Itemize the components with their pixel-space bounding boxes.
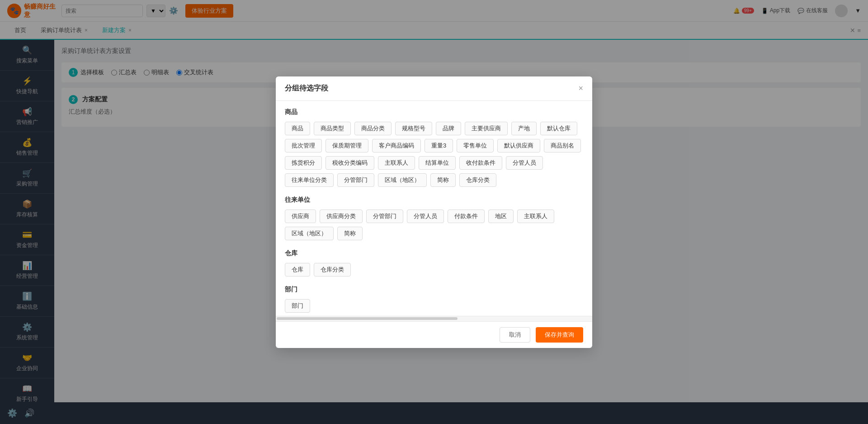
modal-close-button[interactable]: × (578, 84, 583, 93)
field-group-dept: 部门 部门 (285, 286, 583, 313)
field-tag[interactable]: 分管人员 (407, 210, 444, 223)
field-tag[interactable]: 客户商品编码 (372, 139, 421, 152)
field-tag[interactable]: 默认供应商 (497, 139, 540, 152)
field-tag[interactable]: 部门 (285, 299, 310, 313)
field-tag[interactable]: 地区 (488, 210, 514, 223)
field-tag[interactable]: 规格型号 (395, 122, 432, 135)
field-tag[interactable]: 结算单位 (419, 156, 456, 170)
field-tag[interactable]: 保质期管理 (326, 139, 368, 152)
field-tag[interactable]: 收付款条件 (459, 156, 502, 170)
field-tag[interactable]: 重量3 (425, 139, 453, 152)
modal-title: 分组待选字段 (285, 84, 328, 93)
field-tag[interactable]: 主联系人 (378, 156, 415, 170)
field-tag[interactable]: 分管部门 (366, 210, 403, 223)
field-tag[interactable]: 零售单位 (457, 139, 494, 152)
group-warehouse-tags: 仓库 仓库分类 (285, 263, 583, 276)
field-tag[interactable]: 品牌 (436, 122, 461, 135)
field-tag[interactable]: 仓库分类 (314, 263, 351, 276)
group-product-tags: 商品 商品类型 商品分类 规格型号 品牌 主要供应商 产地 默认仓库 批次管理 … (285, 122, 583, 187)
field-tag[interactable]: 拣货积分 (285, 156, 322, 170)
field-tag[interactable]: 区域（地区） (285, 227, 334, 240)
field-tag[interactable]: 商品 (285, 122, 310, 135)
field-tag[interactable]: 简称 (337, 227, 363, 240)
modal-overlay: 分组待选字段 × 商品 商品 商品类型 商品分类 规格型号 品牌 主要供应商 产… (0, 0, 868, 424)
modal-horizontal-scrollbar[interactable] (276, 316, 592, 321)
group-partner-title: 往来单位 (285, 196, 583, 204)
field-tag[interactable]: 税收分类编码 (326, 156, 374, 170)
field-tag[interactable]: 商品分类 (354, 122, 392, 135)
field-tag[interactable]: 批次管理 (285, 139, 322, 152)
modal-body: 商品 商品 商品类型 商品分类 规格型号 品牌 主要供应商 产地 默认仓库 批次… (276, 101, 592, 316)
field-tag[interactable]: 区域（地区） (378, 173, 427, 187)
field-tag[interactable]: 仓库 (285, 263, 310, 276)
field-tag[interactable]: 简称 (430, 173, 456, 187)
field-tag[interactable]: 往来单位分类 (285, 173, 334, 187)
field-tag[interactable]: 主要供应商 (465, 122, 508, 135)
field-group-product: 商品 商品 商品类型 商品分类 规格型号 品牌 主要供应商 产地 默认仓库 批次… (285, 108, 583, 187)
field-group-partner: 往来单位 供应商 供应商分类 分管部门 分管人员 付款条件 地区 主联系人 区域… (285, 196, 583, 240)
field-tag[interactable]: 主联系人 (517, 210, 554, 223)
field-tag[interactable]: 商品别名 (544, 139, 581, 152)
modal-footer: 取消 保存并查询 (276, 321, 592, 348)
modal-dialog: 分组待选字段 × 商品 商品 商品类型 商品分类 规格型号 品牌 主要供应商 产… (276, 76, 592, 348)
field-tag[interactable]: 商品类型 (314, 122, 351, 135)
modal-save-button[interactable]: 保存并查询 (536, 327, 583, 343)
field-group-warehouse: 仓库 仓库 仓库分类 (285, 249, 583, 276)
hscroll-thumb (277, 317, 458, 320)
field-tag[interactable]: 供应商分类 (320, 210, 363, 223)
group-dept-tags: 部门 (285, 299, 583, 313)
group-warehouse-title: 仓库 (285, 249, 583, 257)
group-product-title: 商品 (285, 108, 583, 116)
group-partner-tags: 供应商 供应商分类 分管部门 分管人员 付款条件 地区 主联系人 区域（地区） … (285, 210, 583, 240)
field-tag[interactable]: 分管部门 (337, 173, 374, 187)
modal-header: 分组待选字段 × (276, 76, 592, 101)
field-tag[interactable]: 供应商 (285, 210, 316, 223)
field-tag[interactable]: 付款条件 (448, 210, 485, 223)
field-tag[interactable]: 分管人员 (506, 156, 543, 170)
group-dept-title: 部门 (285, 286, 583, 294)
field-tag[interactable]: 仓库分类 (459, 173, 496, 187)
field-tag[interactable]: 默认仓库 (540, 122, 577, 135)
modal-cancel-button[interactable]: 取消 (500, 327, 530, 343)
field-tag[interactable]: 产地 (511, 122, 537, 135)
